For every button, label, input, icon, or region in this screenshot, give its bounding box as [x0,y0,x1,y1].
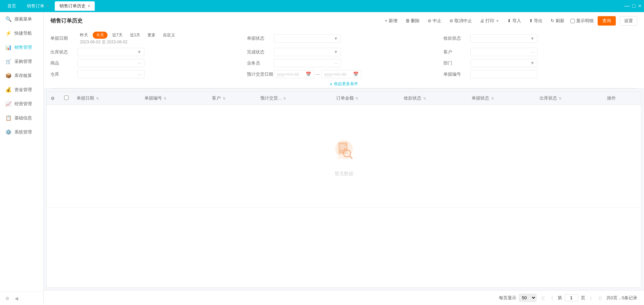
customer-select[interactable]: ··· [470,48,538,56]
complete-status-select[interactable]: ▼ [274,48,341,56]
new-btn[interactable]: + 新增 [383,16,399,25]
filter-salesperson: 业务员 ··· [247,59,441,67]
stop-btn[interactable]: ⊘ 中止 [426,16,443,25]
th-settings[interactable]: ⚙ [47,92,60,105]
sidebar-item-quick-nav[interactable]: ⚡ 快捷导航 [0,26,43,40]
table-area: ⚙ 单据日期 ⇅ 单据编号 ⇅ [46,91,641,288]
sort-delivery-date-icon: ⇅ [283,97,286,100]
filter-complete-status: 完成状态 ▼ [247,48,441,56]
total-text: 共0页，0条记录 [606,295,637,301]
page-size-label: 每页显示 [499,295,516,301]
collapse-bar[interactable]: ∧ 收起更多条件 [50,80,637,88]
sales-mgmt-icon: 📊 [5,44,12,50]
next-page-btn[interactable]: ⟩ [588,295,594,301]
bill-status-select[interactable]: ▼ [274,34,341,43]
page-title: 销售订单历史 [50,17,83,25]
calendar-from-icon[interactable]: 📅 [306,72,311,77]
th-bill-date[interactable]: 单据日期 ⇅ [73,92,140,105]
salesperson-ellipsis[interactable]: ··· [334,61,338,66]
export-btn[interactable]: ⬆ 导出 [527,16,545,25]
goods-ellipsis[interactable]: ··· [138,61,141,66]
pagination: 每页显示 20 50 100 ⟨⟨ ⟨ 第 1 页 ⟩ ⟩⟩ 共0页，0条记录 [44,290,644,305]
prev-page-btn[interactable]: ⟨ [549,295,555,301]
sidebar-item-system[interactable]: ⚙️ 系统管理 [0,125,43,139]
query-btn[interactable]: 查询 [598,16,616,26]
date-btn-1month[interactable]: 近1月 [127,32,143,39]
th-order-amount[interactable]: 订单金额 ⇅ [332,92,400,105]
minimize-btn[interactable]: — [624,3,630,9]
delivery-date-to[interactable]: yyyy-mm-dd 📅 [321,70,361,78]
th-checkbox[interactable] [60,92,73,105]
filter-department: 部门 ▼ [443,59,637,67]
sidebar-item-inventory[interactable]: 📦 库存核算 [0,69,43,83]
tab-sales-order-history-close[interactable]: × [88,4,90,8]
page-header: 销售订单历史 + 新增 🗑 删除 ⊘ 中止 ⊘ 取消中止 🖨 [44,12,644,89]
empty-state-icon [329,135,359,165]
display-detail-input[interactable] [570,19,575,23]
date-btn-more[interactable]: 更多 [145,32,158,39]
warehouse-ellipsis[interactable]: ··· [138,72,141,77]
sidebar-item-sales-mgmt[interactable]: 📊 销售管理 [0,40,43,54]
filter-receipt-status: 收款状态 ▼ [443,34,637,43]
page-size-select[interactable]: 20 50 100 [519,294,536,302]
sort-receipt-status-icon: ⇅ [423,97,426,100]
cancel-stop-btn[interactable]: ⊘ 取消中止 [447,16,474,25]
first-page-btn[interactable]: ⟨⟨ [539,295,547,301]
delivery-status-select[interactable]: ▼ [77,48,144,56]
sidebar-bottom: ⚙ ◀ [0,292,43,305]
tab-sales-order-history[interactable]: 销售订单历史 × [55,1,95,11]
sidebar-item-search-menu[interactable]: 🔍 搜索菜单 [0,12,43,26]
receipt-status-chevron: ▼ [530,36,534,41]
customer-ellipsis[interactable]: ··· [531,49,534,54]
th-bill-status[interactable]: 单据状态 ⇅ [468,92,535,105]
purchase-mgmt-icon: 🛒 [5,59,12,65]
sidebar-collapse-icon[interactable]: ◀ [15,296,18,301]
sidebar-item-operations[interactable]: 📈 经营管理 [0,97,43,111]
tab-sales-order-close[interactable]: × [46,4,49,8]
print-btn[interactable]: 🖨 打印 ▼ [478,16,502,25]
last-page-btn[interactable]: ⟩⟩ [596,295,604,301]
display-detail-checkbox[interactable]: 显示明细 [570,18,594,24]
refresh-btn[interactable]: ↻ 刷新 [549,16,566,25]
th-delivery-date[interactable]: 预计交货... ⇅ [256,92,332,105]
delete-btn[interactable]: 🗑 删除 [403,16,422,25]
sidebar-item-purchase-mgmt[interactable]: 🛒 采购管理 [0,54,43,69]
maximize-btn[interactable]: □ [632,3,636,9]
settings-icon[interactable]: ⚙ [51,96,55,101]
sort-delivery-status-icon: ⇅ [559,97,561,100]
empty-text: 暂无数据 [335,171,353,177]
settings-btn[interactable]: 设置 [620,16,637,26]
date-btn-today[interactable]: 今天 [93,32,108,39]
th-delivery-status[interactable]: 出库状态 ⇅ [535,92,603,105]
sidebar-settings-icon[interactable]: ⚙ [5,296,9,301]
filter-warehouse: 仓库 ··· [50,70,244,78]
date-btn-custom[interactable]: 自定义 [160,32,178,39]
th-bill-no[interactable]: 单据编号 ⇅ [140,92,208,105]
select-all-checkbox[interactable] [64,96,69,100]
import-btn[interactable]: ⬇ 导入 [505,16,523,25]
close-btn[interactable]: × [638,3,641,9]
department-select[interactable]: ▼ [470,59,538,67]
salesperson-select[interactable]: ··· [274,59,341,67]
sidebar-item-basic-info[interactable]: 📋 基础信息 [0,111,43,125]
delivery-date-from[interactable]: yyyy-mm-dd 📅 [274,70,314,78]
calendar-to-icon[interactable]: 📅 [353,72,358,77]
th-receipt-status[interactable]: 收款状态 ⇅ [400,92,468,105]
date-btn-yesterday[interactable]: 昨天 [77,32,91,39]
jump-label: 第 [558,295,562,301]
tab-sales-order[interactable]: 销售订单 × [22,1,53,11]
date-btn-7days[interactable]: 近7天 [110,32,125,39]
main-layout: 🔍 搜索菜单 ⚡ 快捷导航 📊 销售管理 🛒 采购管理 📦 库存核算 💰 资金管… [0,12,644,305]
th-operation: 操作 [603,92,641,105]
goods-select[interactable]: ··· [77,59,144,67]
receipt-status-select[interactable]: ▼ [470,34,538,43]
bill-no-input[interactable] [470,70,538,78]
delivery-status-chevron: ▼ [137,49,141,54]
warehouse-select[interactable]: ··· [77,70,144,78]
sidebar-item-finance[interactable]: 💰 资金管理 [0,83,43,97]
empty-state-cell: 暂无数据 [47,105,641,207]
tab-home[interactable]: 首页 [3,1,21,11]
page-input[interactable]: 1 [565,294,578,301]
th-customer[interactable]: 客户 ⇅ [208,92,256,105]
filter-customer: 客户 ··· [443,48,637,56]
